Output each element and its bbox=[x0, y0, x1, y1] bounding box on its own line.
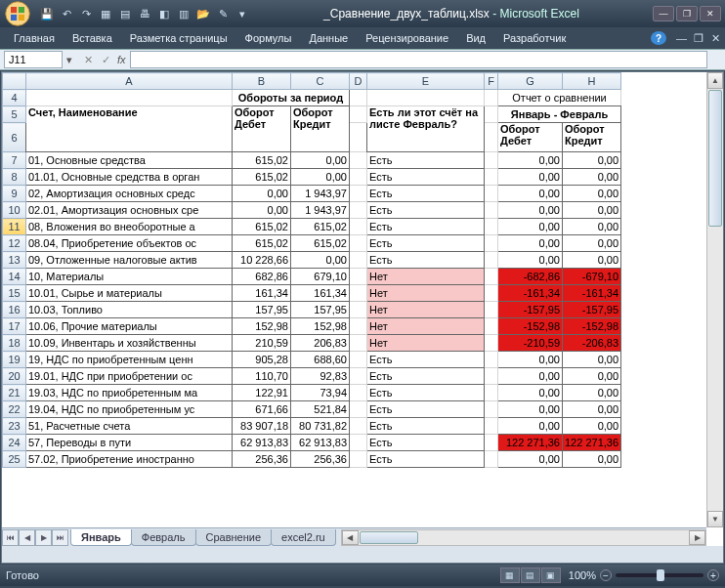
cell[interactable]: 256,36 bbox=[291, 451, 350, 468]
help-icon[interactable]: ? bbox=[651, 31, 666, 45]
cell[interactable]: Есть bbox=[367, 252, 485, 269]
cell[interactable]: 0,00 bbox=[291, 169, 350, 186]
cell[interactable]: 0,00 bbox=[563, 368, 621, 385]
open-icon[interactable]: 📂 bbox=[195, 6, 211, 21]
cell[interactable]: 0,00 bbox=[563, 418, 621, 435]
cell[interactable]: 09, Отложенные налоговые актив bbox=[26, 252, 233, 269]
cell[interactable]: Есть bbox=[367, 169, 485, 186]
cell[interactable]: 210,59 bbox=[233, 335, 291, 352]
tab-first-icon[interactable]: ⏮ bbox=[2, 529, 19, 546]
cell[interactable]: Есть bbox=[367, 152, 485, 169]
fx-icon[interactable]: fx bbox=[117, 54, 126, 65]
header-cell[interactable]: Счет, Наименование bbox=[26, 106, 233, 152]
cell[interactable]: 0,00 bbox=[563, 152, 621, 169]
cell[interactable] bbox=[350, 352, 367, 368]
cell[interactable]: 0,00 bbox=[563, 186, 621, 202]
header-cell[interactable]: Отчет о сравнении bbox=[498, 90, 621, 106]
cell[interactable]: 157,95 bbox=[233, 302, 291, 318]
tab-formulas[interactable]: Формулы bbox=[237, 29, 300, 47]
cell[interactable]: Нет bbox=[367, 269, 485, 285]
cell[interactable] bbox=[485, 435, 498, 451]
row-header[interactable]: 9 bbox=[3, 186, 26, 202]
scroll-left-icon[interactable]: ◀ bbox=[342, 530, 359, 545]
row-header[interactable]: 25 bbox=[3, 451, 26, 468]
cell[interactable]: 122 271,36 bbox=[498, 435, 563, 451]
cell[interactable]: 57.02, Приобретение иностранно bbox=[26, 451, 233, 468]
scroll-down-icon[interactable]: ▼ bbox=[707, 511, 723, 527]
cell[interactable]: 0,00 bbox=[563, 385, 621, 401]
cell[interactable]: 08.04, Приобретение объектов ос bbox=[26, 235, 233, 252]
cell[interactable]: 0,00 bbox=[498, 235, 563, 252]
cell[interactable]: 0,00 bbox=[498, 152, 563, 169]
cell[interactable] bbox=[350, 219, 367, 235]
cell[interactable]: 206,83 bbox=[291, 335, 350, 352]
cell[interactable]: 0,00 bbox=[563, 451, 621, 468]
cell[interactable]: 0,00 bbox=[498, 169, 563, 186]
cell[interactable]: -206,83 bbox=[563, 335, 621, 352]
cell[interactable] bbox=[350, 285, 367, 302]
cell[interactable]: 10 228,66 bbox=[233, 252, 291, 269]
close-button[interactable]: ✕ bbox=[700, 6, 721, 21]
cell[interactable]: 0,00 bbox=[498, 352, 563, 368]
header-cell[interactable]: Оборот Дебет bbox=[498, 123, 563, 152]
cell[interactable] bbox=[350, 152, 367, 169]
row-header[interactable]: 19 bbox=[3, 352, 26, 368]
cell[interactable]: 0,00 bbox=[563, 219, 621, 235]
row-header[interactable]: 21 bbox=[3, 385, 26, 401]
cell[interactable]: 19, НДС по приобретенным ценн bbox=[26, 352, 233, 368]
cell[interactable]: 80 731,82 bbox=[291, 418, 350, 435]
cell[interactable]: 0,00 bbox=[291, 152, 350, 169]
cell[interactable] bbox=[485, 318, 498, 335]
cell[interactable] bbox=[350, 252, 367, 269]
cell[interactable] bbox=[485, 186, 498, 202]
cell[interactable]: Нет bbox=[367, 285, 485, 302]
cell[interactable]: 62 913,83 bbox=[291, 435, 350, 451]
cell[interactable]: 905,28 bbox=[233, 352, 291, 368]
row-header[interactable]: 8 bbox=[3, 169, 26, 186]
maximize-button[interactable]: ❐ bbox=[676, 6, 698, 21]
cell[interactable] bbox=[485, 401, 498, 418]
print-icon[interactable]: 🖶 bbox=[137, 6, 152, 21]
cell[interactable]: -161,34 bbox=[498, 285, 563, 302]
header-cell[interactable]: Январь - Февраль bbox=[498, 106, 621, 123]
view-pagebreak-icon[interactable]: ▣ bbox=[541, 567, 561, 583]
cell[interactable]: 0,00 bbox=[498, 451, 563, 468]
cell[interactable] bbox=[350, 401, 367, 418]
workbook-close-icon[interactable]: ✕ bbox=[704, 29, 719, 48]
cell[interactable]: 1 943,97 bbox=[291, 202, 350, 219]
cell[interactable]: Есть bbox=[367, 385, 485, 401]
cell[interactable]: 02.01, Амортизация основных сре bbox=[26, 202, 233, 219]
tab-prev-icon[interactable]: ◀ bbox=[19, 529, 35, 546]
cell[interactable] bbox=[485, 169, 498, 186]
cell[interactable]: Есть bbox=[367, 219, 485, 235]
cell[interactable] bbox=[350, 318, 367, 335]
cell[interactable] bbox=[485, 202, 498, 219]
cell[interactable]: Есть bbox=[367, 202, 485, 219]
cell[interactable]: Есть bbox=[367, 186, 485, 202]
cell[interactable]: 10.03, Топливо bbox=[26, 302, 233, 318]
cell[interactable]: -210,59 bbox=[498, 335, 563, 352]
qat-icon[interactable]: ▥ bbox=[176, 6, 192, 21]
col-header[interactable]: F bbox=[485, 73, 498, 90]
cell[interactable] bbox=[350, 451, 367, 468]
sheet-tab[interactable]: excel2.ru bbox=[271, 529, 336, 546]
cell[interactable]: 0,00 bbox=[563, 235, 621, 252]
cell[interactable] bbox=[485, 385, 498, 401]
select-all-corner[interactable] bbox=[3, 73, 26, 90]
cell[interactable]: Есть bbox=[367, 235, 485, 252]
hscroll-thumb[interactable] bbox=[360, 531, 418, 544]
cell[interactable] bbox=[485, 269, 498, 285]
header-cell[interactable]: Оборот Дебет bbox=[233, 106, 291, 152]
cell[interactable]: 51, Расчетные счета bbox=[26, 418, 233, 435]
cell[interactable] bbox=[350, 302, 367, 318]
cell[interactable]: 0,00 bbox=[498, 368, 563, 385]
zoom-out-icon[interactable]: − bbox=[600, 569, 612, 581]
cell[interactable]: 152,98 bbox=[291, 318, 350, 335]
sheet-tab[interactable]: Январь bbox=[70, 529, 132, 546]
row-header[interactable]: 24 bbox=[3, 435, 26, 451]
row-header[interactable]: 23 bbox=[3, 418, 26, 435]
ribbon-minimize-icon[interactable]: — bbox=[668, 29, 684, 47]
cell[interactable] bbox=[485, 451, 498, 468]
cell[interactable]: Нет bbox=[367, 335, 485, 352]
header-cell[interactable]: Обороты за период bbox=[233, 90, 350, 106]
